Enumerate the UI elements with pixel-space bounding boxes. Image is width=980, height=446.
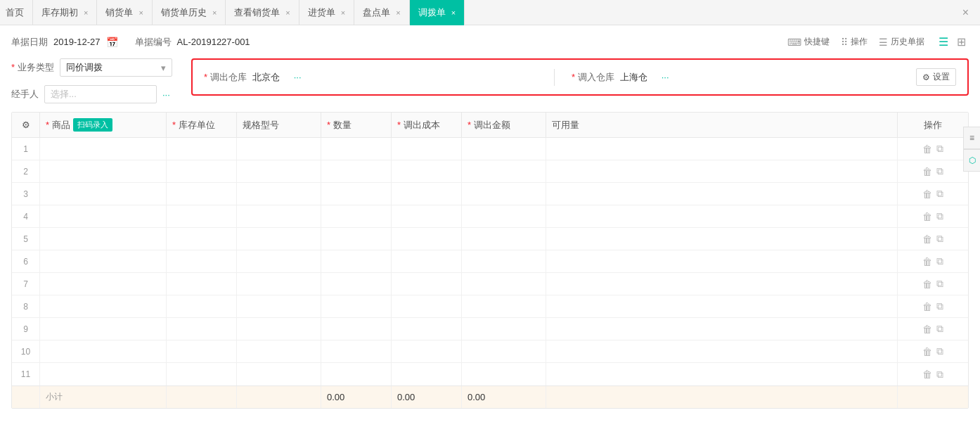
row-unit-1[interactable] <box>167 138 237 160</box>
tab-purchase-order-close[interactable]: × <box>341 8 345 17</box>
row-product-4[interactable] <box>40 205 167 227</box>
shortcut-button[interactable]: ⌨ 快捷键 <box>787 36 830 48</box>
row-spec-1[interactable] <box>237 138 321 160</box>
row-qty-11[interactable] <box>321 363 392 386</box>
tab-transfer-order[interactable]: 调拨单 × <box>410 0 465 25</box>
row-cost-6[interactable] <box>392 250 462 272</box>
copy-icon-6[interactable]: ⧉ <box>936 255 943 267</box>
row-spec-4[interactable] <box>237 205 321 227</box>
window-close-button[interactable]: × <box>957 6 974 19</box>
operations-button[interactable]: ⠿ 操作 <box>841 36 868 48</box>
row-cost-4[interactable] <box>392 205 462 227</box>
row-product-11[interactable] <box>40 363 167 386</box>
delete-icon-7[interactable]: 🗑 <box>922 279 932 290</box>
copy-icon-3[interactable]: ⧉ <box>936 188 943 200</box>
row-product-1[interactable] <box>40 138 167 160</box>
row-product-6[interactable] <box>40 250 167 272</box>
row-cost-8[interactable] <box>392 295 462 317</box>
delete-icon-10[interactable]: 🗑 <box>922 346 932 357</box>
row-amount-7[interactable] <box>462 273 546 295</box>
row-qty-6[interactable] <box>321 250 392 272</box>
row-unit-8[interactable] <box>167 295 237 317</box>
handler-more-button[interactable]: ··· <box>162 89 170 100</box>
tab-sales-order[interactable]: 销货单 × <box>97 0 152 25</box>
row-spec-9[interactable] <box>237 318 321 340</box>
row-spec-10[interactable] <box>237 340 321 362</box>
row-unit-6[interactable] <box>167 250 237 272</box>
delete-icon-9[interactable]: 🗑 <box>922 324 932 335</box>
row-product-9[interactable] <box>40 318 167 340</box>
scan-button[interactable]: 扫码录入 <box>73 118 112 132</box>
sidebar-notes-button[interactable]: ≡ <box>963 127 980 149</box>
row-qty-8[interactable] <box>321 295 392 317</box>
row-unit-10[interactable] <box>167 340 237 362</box>
row-amount-10[interactable] <box>462 340 546 362</box>
copy-icon-4[interactable]: ⧉ <box>936 210 943 222</box>
row-amount-11[interactable] <box>462 363 546 386</box>
row-spec-8[interactable] <box>237 295 321 317</box>
row-amount-3[interactable] <box>462 183 546 205</box>
row-unit-11[interactable] <box>167 363 237 386</box>
row-unit-4[interactable] <box>167 205 237 227</box>
row-qty-2[interactable] <box>321 160 392 182</box>
business-type-select[interactable]: 同价调拨 ▾ <box>60 58 172 77</box>
row-unit-9[interactable] <box>167 318 237 340</box>
th-settings[interactable]: ⚙ <box>12 113 40 137</box>
row-cost-3[interactable] <box>392 183 462 205</box>
delete-icon-3[interactable]: 🗑 <box>922 189 932 200</box>
row-cost-5[interactable] <box>392 228 462 250</box>
row-qty-7[interactable] <box>321 273 392 295</box>
delete-icon-5[interactable]: 🗑 <box>922 234 932 245</box>
delete-icon-11[interactable]: 🗑 <box>922 369 932 380</box>
tab-sales-history-close[interactable]: × <box>212 8 217 17</box>
row-spec-7[interactable] <box>237 273 321 295</box>
calendar-icon[interactable]: 📅 <box>106 37 118 48</box>
tab-sales-order-close[interactable]: × <box>138 8 143 17</box>
copy-icon-8[interactable]: ⧉ <box>936 300 943 312</box>
row-spec-5[interactable] <box>237 228 321 250</box>
row-cost-7[interactable] <box>392 273 462 295</box>
copy-icon-2[interactable]: ⧉ <box>936 165 943 177</box>
row-unit-2[interactable] <box>167 160 237 182</box>
sidebar-expand-button[interactable]: ⬡ <box>963 149 980 172</box>
grid-view-button[interactable]: ⊞ <box>954 34 969 50</box>
row-amount-5[interactable] <box>462 228 546 250</box>
row-unit-7[interactable] <box>167 273 237 295</box>
row-cost-2[interactable] <box>392 160 462 182</box>
history-button[interactable]: ☰ 历史单据 <box>879 36 924 48</box>
tab-inventory-check[interactable]: 盘点单 × <box>354 0 409 25</box>
tab-transfer-order-close[interactable]: × <box>451 8 456 17</box>
row-amount-8[interactable] <box>462 295 546 317</box>
source-warehouse-more-button[interactable]: ··· <box>294 72 302 82</box>
tab-view-sales-close[interactable]: × <box>285 8 290 17</box>
tab-view-sales[interactable]: 查看销货单 × <box>226 0 299 25</box>
tab-inventory-init-close[interactable]: × <box>84 8 88 17</box>
delete-icon-6[interactable]: 🗑 <box>922 256 932 267</box>
row-amount-4[interactable] <box>462 205 546 227</box>
row-unit-3[interactable] <box>167 183 237 205</box>
handler-select[interactable]: 选择... <box>44 85 157 103</box>
row-spec-3[interactable] <box>237 183 321 205</box>
row-qty-5[interactable] <box>321 228 392 250</box>
delete-icon-4[interactable]: 🗑 <box>922 211 932 222</box>
list-view-button[interactable]: ☰ <box>936 34 951 50</box>
row-product-7[interactable] <box>40 273 167 295</box>
row-spec-2[interactable] <box>237 160 321 182</box>
copy-icon-11[interactable]: ⧉ <box>936 369 943 381</box>
tab-sales-history[interactable]: 销货单历史 × <box>153 0 226 25</box>
row-amount-6[interactable] <box>462 250 546 272</box>
row-product-5[interactable] <box>40 228 167 250</box>
copy-icon-7[interactable]: ⧉ <box>936 278 943 290</box>
target-warehouse-more-button[interactable]: ··· <box>662 72 669 82</box>
settings-button[interactable]: ⚙ 设置 <box>916 68 956 86</box>
row-amount-2[interactable] <box>462 160 546 182</box>
tab-home[interactable]: 首页 <box>6 0 33 25</box>
delete-icon-8[interactable]: 🗑 <box>922 301 932 312</box>
row-spec-11[interactable] <box>237 363 321 386</box>
row-qty-10[interactable] <box>321 340 392 362</box>
row-product-2[interactable] <box>40 160 167 182</box>
row-qty-1[interactable] <box>321 138 392 160</box>
row-unit-5[interactable] <box>167 228 237 250</box>
row-cost-11[interactable] <box>392 363 462 386</box>
copy-icon-1[interactable]: ⧉ <box>936 143 943 155</box>
